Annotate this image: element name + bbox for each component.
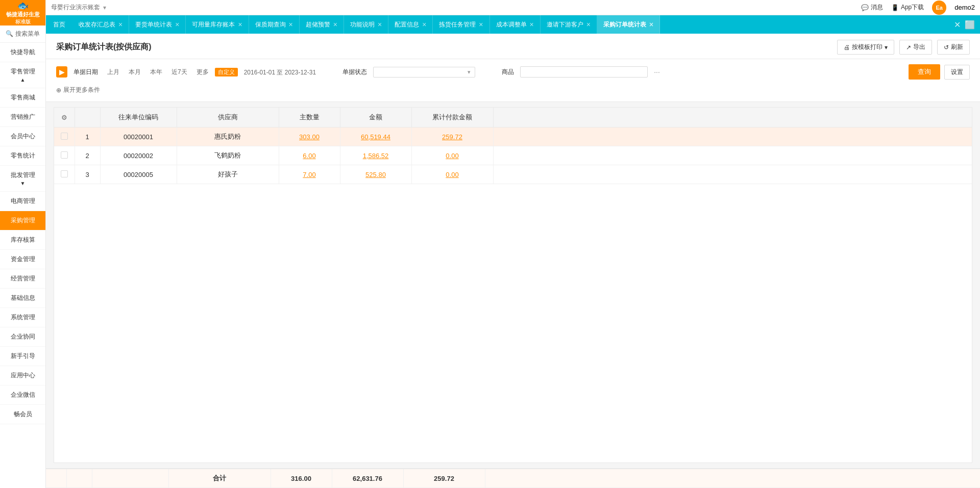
- tab-close-icon[interactable]: ×: [530, 20, 534, 29]
- tab-close-icon[interactable]: ×: [238, 20, 242, 29]
- sidebar-item-enterprise[interactable]: 企业协同: [0, 327, 45, 347]
- td-paid[interactable]: 259.72: [411, 127, 493, 146]
- tab-label: 邀请下游客户: [547, 20, 583, 29]
- sidebar-item-enterprise-wechat[interactable]: 企业微信: [0, 386, 45, 405]
- tab-close-icon[interactable]: ×: [175, 20, 179, 29]
- refresh-btn[interactable]: ↺ 刷新: [937, 40, 970, 55]
- user-avatar[interactable]: Ea: [932, 1, 946, 15]
- sidebar-item-app-center[interactable]: 应用中心: [0, 366, 45, 386]
- sidebar-item-operations[interactable]: 经营管理: [0, 269, 45, 289]
- tab-pick-task[interactable]: 拣货任务管理 ×: [433, 15, 489, 34]
- tab-function-desc[interactable]: 功能说明 ×: [344, 15, 388, 34]
- tab-cost-adjust[interactable]: 成本调整单 ×: [490, 15, 541, 34]
- sidebar-item-retail-stat[interactable]: 零售统计: [0, 146, 45, 166]
- tab-label: 保质期查询: [255, 20, 286, 29]
- sidebar-item-basic-info[interactable]: 基础信息: [0, 289, 45, 308]
- page-actions: 🖨 按模板打印 ▾ ↗ 导出 ↺ 刷新: [837, 40, 970, 55]
- search-icon: 🔍: [6, 30, 13, 37]
- goods-input-field[interactable]: [525, 68, 643, 75]
- operations-label: 经营管理: [11, 274, 35, 283]
- table-row[interactable]: 1 00020001 惠氏奶粉 303.00 60,519.44 259.72: [54, 127, 972, 146]
- date-more-btn[interactable]: 更多: [193, 67, 212, 78]
- sidebar-item-wholesale[interactable]: 批发管理 ▼: [0, 166, 45, 192]
- purchase-label: 采购管理: [11, 216, 35, 225]
- sidebar-search[interactable]: 🔍 搜索菜单: [0, 25, 45, 43]
- table-row[interactable]: 3 00020005 好孩子 7.00 525.80 0.00: [54, 165, 972, 184]
- sidebar-item-member[interactable]: 会员中心: [0, 127, 45, 146]
- sidebar-item-purchase[interactable]: 采购管理: [0, 211, 45, 230]
- tab-close-icon[interactable]: ×: [649, 20, 653, 29]
- td-qty[interactable]: 6.00: [279, 146, 340, 165]
- th-extra: [493, 108, 972, 127]
- tab-receive-send[interactable]: 收发存汇总表 ×: [72, 15, 129, 34]
- app-download-btn[interactable]: 📱 App下载: [891, 3, 924, 12]
- td-amount[interactable]: 1,586.52: [340, 146, 411, 165]
- message-btn[interactable]: 💬 消息: [861, 3, 883, 12]
- td-amount[interactable]: 60,519.44: [340, 127, 411, 146]
- nav-tabs: 首页 收发存汇总表 × 要货单统计表 × 可用量库存账本 × 保质期查询 × 超…: [46, 15, 980, 34]
- data-table: ⚙ 往来单位编码 供应商 主数量 金额 累计付款金额: [54, 108, 972, 184]
- td-amount[interactable]: 525.80: [340, 165, 411, 184]
- td-paid[interactable]: 0.00: [411, 165, 493, 184]
- tab-overstock[interactable]: 超储预警 ×: [300, 15, 344, 34]
- tab-purchase-stat[interactable]: 采购订单统计表 ×: [597, 15, 660, 34]
- expand-more-btn[interactable]: ⊕ 展开更多条件: [56, 86, 970, 94]
- td-seq: 1: [75, 127, 100, 146]
- sidebar-item-system[interactable]: 系统管理: [0, 308, 45, 327]
- checkbox-icon[interactable]: [61, 170, 68, 177]
- tab-warranty[interactable]: 保质期查询 ×: [249, 15, 300, 34]
- tab-close-icon[interactable]: ×: [378, 20, 382, 29]
- sidebar-item-ecommerce[interactable]: 电商管理: [0, 192, 45, 211]
- summary-seq: [66, 469, 92, 488]
- date-custom-tag[interactable]: 自定义: [215, 68, 238, 76]
- date-prev-month-btn[interactable]: 上月: [104, 67, 122, 78]
- status-select[interactable]: ▾: [373, 67, 475, 78]
- more-dots-icon[interactable]: ···: [654, 68, 660, 76]
- close-tab-btn[interactable]: ✕: [954, 20, 961, 30]
- sidebar-item-member2[interactable]: 畅会员: [0, 405, 45, 424]
- tab-label: 超储预警: [306, 20, 330, 29]
- tab-close-icon[interactable]: ×: [586, 20, 591, 29]
- summary-paid: 259.72: [403, 469, 485, 488]
- sidebar-item-marketing[interactable]: 营销推广: [0, 108, 45, 127]
- tab-invite-downstream[interactable]: 邀请下游客户 ×: [541, 15, 597, 34]
- template-print-btn[interactable]: 🖨 按模板打印 ▾: [837, 40, 894, 55]
- sidebar-item-retail[interactable]: 零售管理 ▲: [0, 62, 45, 88]
- export-btn[interactable]: ↗ 导出: [899, 40, 932, 55]
- date-cur-year-btn[interactable]: 本年: [147, 67, 165, 78]
- td-qty[interactable]: 303.00: [279, 127, 340, 146]
- tab-home[interactable]: 首页: [46, 15, 72, 34]
- tab-close-icon[interactable]: ×: [422, 20, 426, 29]
- checkbox-icon[interactable]: [61, 133, 68, 140]
- tab-close-icon[interactable]: ×: [289, 20, 293, 29]
- tab-goods-stat[interactable]: 要货单统计表 ×: [129, 15, 186, 34]
- tab-close-icon[interactable]: ×: [118, 20, 122, 29]
- td-qty[interactable]: 7.00: [279, 165, 340, 184]
- sidebar-item-new-guide[interactable]: 新手引导: [0, 347, 45, 366]
- wholesale-arrow-icon: ▼: [20, 181, 26, 186]
- maximize-btn[interactable]: ⬜: [965, 20, 975, 30]
- tab-close-icon[interactable]: ×: [333, 20, 337, 29]
- filter-toggle-btn[interactable]: ▶: [56, 66, 67, 78]
- message-icon: 💬: [861, 4, 869, 11]
- query-btn[interactable]: 查询: [909, 64, 940, 80]
- tab-config[interactable]: 配置信息 ×: [388, 15, 433, 34]
- goods-input[interactable]: [520, 66, 648, 78]
- date-7days-btn[interactable]: 近7天: [168, 67, 190, 78]
- settings-btn[interactable]: 设置: [944, 65, 970, 80]
- th-seq: [75, 108, 100, 127]
- td-paid[interactable]: 0.00: [411, 146, 493, 165]
- tab-label: 收发存汇总表: [79, 20, 115, 29]
- sidebar-item-retail-shop[interactable]: 零售商城: [0, 88, 45, 108]
- table-row[interactable]: 2 00020002 飞鹤奶粉 6.00 1,586.52 0.00: [54, 146, 972, 165]
- sidebar-item-finance[interactable]: 资金管理: [0, 250, 45, 269]
- app-center-label: 应用中心: [11, 371, 35, 380]
- settings-icon[interactable]: ⚙: [61, 114, 67, 121]
- date-cur-month-btn[interactable]: 本月: [126, 67, 144, 78]
- sidebar-item-inventory[interactable]: 库存核算: [0, 230, 45, 250]
- th-amount: 金额: [340, 108, 411, 127]
- tab-available-stock[interactable]: 可用量库存账本 ×: [186, 15, 249, 34]
- checkbox-icon[interactable]: [61, 151, 68, 159]
- sidebar-item-quick-nav[interactable]: 快捷导航: [0, 43, 45, 62]
- tab-close-icon[interactable]: ×: [479, 20, 483, 29]
